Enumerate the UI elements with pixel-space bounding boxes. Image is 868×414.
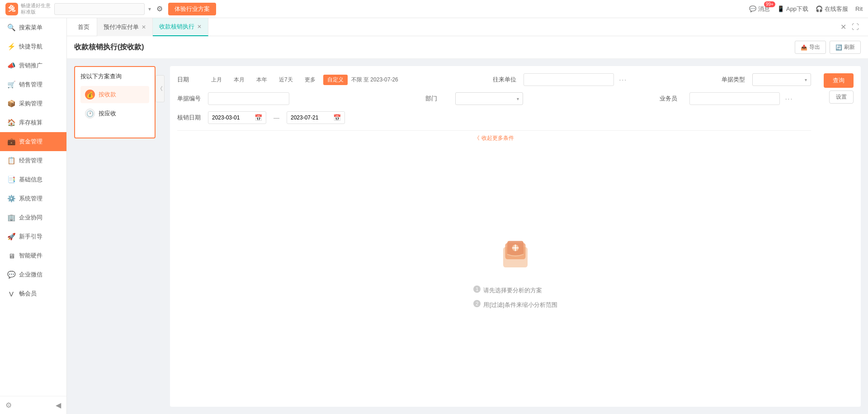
date-this-year[interactable]: 本年 [252, 74, 271, 86]
refresh-button[interactable]: 🔄 刷新 [830, 41, 861, 54]
collapse-more-button[interactable]: 《 收起更多条件 [177, 130, 811, 146]
chevron-up-icon: 《 [474, 134, 480, 142]
query-panel-title: 按以下方案查询 [80, 72, 149, 81]
sidebar-item-member[interactable]: V 畅会员 [0, 284, 66, 303]
writeoff-date-end-input[interactable]: 2023-07-21 [291, 114, 331, 121]
message-button[interactable]: 💬 消息 99+ [749, 5, 770, 13]
filter-row-2: 单据编号 部门 ▾ 业务员 ·· [177, 92, 811, 105]
tab-prepay[interactable]: 预付冲应付单 ✕ [97, 18, 153, 36]
writeoff-date-label: 核销日期 [177, 114, 201, 122]
sidebar-item-marketing[interactable]: 📣 营销推广 [0, 56, 66, 75]
search-caret-icon[interactable]: ▾ [148, 6, 151, 12]
page-body: 按以下方案查询 💰 按收款 🕐 按应收 《 [67, 59, 868, 414]
customer-service-button[interactable]: 🎧 在线客服 [816, 5, 848, 13]
sidebar-item-guide[interactable]: 🚀 新手引导 [0, 227, 66, 246]
solution-button[interactable]: 体验行业方案 [168, 3, 216, 15]
filter-settings-button[interactable]: 设置 [829, 90, 854, 104]
export-icon: 📤 [801, 44, 807, 51]
tab-writeoff-close[interactable]: ✕ [197, 24, 202, 29]
dept-select[interactable]: ▾ [455, 92, 523, 105]
doc-type-caret-icon: ▾ [805, 77, 807, 82]
counterparty-input-group: ··· [524, 73, 627, 86]
date-filter: 上月 本月 本年 近7天 更多 自定义 不限 至 2023-07-26 [207, 74, 398, 86]
wechat-icon: 💬 [7, 271, 15, 279]
content-area: 首页 预付冲应付单 ✕ 收款核销执行 ✕ ✕ ⛶ 收款核销执行(按收款) 📤 导… [67, 18, 868, 414]
doc-type-select[interactable]: ▾ [752, 73, 811, 86]
app-download-button[interactable]: 📱 App下载 [777, 5, 808, 13]
sidebar-label-guide: 新手引导 [19, 233, 42, 241]
dept-caret-icon: ▾ [517, 96, 519, 101]
settings-icon[interactable]: ⚙ [155, 5, 165, 13]
date-this-month[interactable]: 本月 [230, 74, 249, 86]
lightning-icon: ⚡ [7, 43, 15, 51]
sidebar-label-search: 搜索菜单 [19, 24, 42, 32]
sidebar-label-operations: 经营管理 [19, 157, 42, 165]
tab-expand-icon[interactable]: ⛶ [850, 22, 861, 32]
writeoff-date-end-cal-icon[interactable]: 📅 [333, 114, 341, 121]
sidebar-item-basicinfo[interactable]: 📑 基础信息 [0, 170, 66, 189]
panel-collapse-button[interactable]: 《 [156, 75, 165, 102]
writeoff-date-start-input[interactable]: 2023-03-01 [212, 114, 253, 121]
sidebar-item-search[interactable]: 🔍 搜索菜单 [0, 18, 66, 37]
phone-icon: 📱 [777, 5, 784, 12]
query-button[interactable]: 查询 [824, 73, 854, 88]
page-header: 收款核销执行(按收款) 📤 导出 🔄 刷新 [67, 36, 868, 59]
tab-close-all-icon[interactable]: ✕ [839, 22, 848, 32]
sidebar-item-inventory[interactable]: 🏠 库存核算 [0, 113, 66, 132]
vip-icon: V [7, 290, 15, 298]
filter-row-3: 核销日期 2023-03-01 📅 — 2023-07-21 📅 [177, 111, 811, 124]
query-option-by-receipt[interactable]: 💰 按收款 [80, 86, 149, 103]
tab-bar: 首页 预付冲应付单 ✕ 收款核销执行 ✕ ✕ ⛶ [67, 18, 868, 36]
sidebar-item-collab[interactable]: 🏢 企业协同 [0, 208, 66, 227]
receipt-icon: 💰 [85, 90, 95, 100]
empty-tip-2: 用[过滤]条件来缩小分析范围 [483, 299, 557, 311]
filter-top-row: 日期 上月 本月 本年 近7天 更多 自定义 不限 至 2023-07-26 [177, 73, 854, 146]
query-option-by-receivable[interactable]: 🕐 按应收 [80, 105, 149, 122]
export-button[interactable]: 📤 导出 [795, 41, 826, 54]
cart-icon: 🛒 [7, 81, 15, 89]
tab-controls: ✕ ⛶ [839, 22, 864, 32]
box-icon: 📦 [7, 100, 15, 108]
doc-no-input[interactable] [208, 92, 289, 105]
user-info[interactable]: Rit [855, 5, 863, 12]
date-more[interactable]: 更多 [301, 74, 320, 86]
empty-state: 1 请先选择要分析的方案 2 用[过滤]条件来缩小分析范围 [177, 146, 854, 400]
sidebar-label-member: 畅会员 [19, 290, 37, 298]
writeoff-date-start-wrap: 2023-03-01 📅 [208, 111, 266, 124]
salesperson-input[interactable] [689, 92, 780, 105]
megaphone-icon: 📣 [7, 62, 15, 70]
date-custom[interactable]: 自定义 [323, 75, 348, 85]
sidebar-item-weixin[interactable]: 💬 企业微信 [0, 265, 66, 284]
clipboard-icon: 📋 [7, 157, 15, 165]
tab-prepay-close[interactable]: ✕ [142, 24, 146, 30]
sidebar-collapse-icon[interactable]: ◀ [56, 401, 61, 409]
sidebar-item-finance[interactable]: 💼 资金管理 [0, 132, 66, 151]
sidebar-settings-icon[interactable]: ⚙ [5, 401, 12, 409]
salesperson-dots[interactable]: ··· [785, 95, 793, 102]
counterparty-dots[interactable]: ··· [619, 76, 627, 83]
collapse-more-label: 收起更多条件 [481, 134, 514, 142]
settings-icon: ⚙️ [7, 195, 15, 203]
sidebar-item-purchase[interactable]: 📦 采购管理 [0, 94, 66, 113]
message-icon: 💬 [749, 5, 756, 12]
empty-tip-1: 请先选择要分析的方案 [483, 285, 542, 296]
header-actions: 📤 导出 🔄 刷新 [795, 41, 861, 54]
refresh-icon: 🔄 [835, 44, 842, 51]
sidebar-item-operations[interactable]: 📋 经营管理 [0, 151, 66, 170]
date-last-month[interactable]: 上月 [207, 74, 226, 86]
sidebar-item-sales[interactable]: 🛒 销售管理 [0, 75, 66, 94]
sidebar-label-weixin: 企业微信 [19, 271, 42, 279]
counterparty-input[interactable] [524, 73, 614, 86]
sidebar-item-hardware[interactable]: 🖥 智能硬件 [0, 246, 66, 265]
search-input[interactable] [54, 3, 145, 15]
query-option-receipt-label: 按收款 [99, 90, 116, 99]
date-7days[interactable]: 近7天 [275, 74, 297, 86]
writeoff-date-start-cal-icon[interactable]: 📅 [255, 114, 262, 121]
filter-row-1: 日期 上月 本月 本年 近7天 更多 自定义 不限 至 2023-07-26 [177, 73, 811, 86]
tab-writeoff[interactable]: 收款核销执行 ✕ [153, 18, 208, 36]
action-buttons: 查询 设置 [824, 73, 854, 104]
sidebar-item-quicknav[interactable]: ⚡ 快捷导航 [0, 37, 66, 56]
headset-icon: 🎧 [816, 5, 823, 12]
sidebar-item-system[interactable]: ⚙️ 系统管理 [0, 189, 66, 208]
tab-home[interactable]: 首页 [71, 18, 97, 36]
